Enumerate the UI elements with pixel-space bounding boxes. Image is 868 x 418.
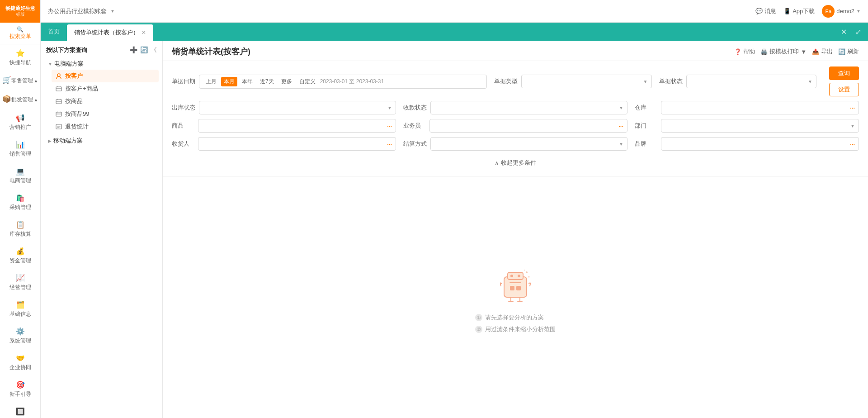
brand-dots-icon[interactable]: ··· [850, 141, 855, 147]
enterprise-icon: 🤝 [16, 354, 25, 362]
tree-group-mobile-header[interactable]: ▶ 移动端方案 [44, 135, 159, 147]
finance-icon: 💰 [16, 247, 25, 256]
receiver-select[interactable]: ··· [198, 137, 396, 151]
stock-status-filter: 出库状态 ▼ [172, 101, 396, 114]
sidebar-item-quicknav[interactable]: ⭐ 快捷导航 [0, 44, 40, 71]
stock-status-select[interactable]: ▼ [199, 101, 396, 114]
sidebar-item-search[interactable]: 🔍 搜索菜单 [0, 23, 40, 44]
brand-filter: 品牌 ··· [635, 137, 859, 151]
date-btn-this-month[interactable]: 本月 [221, 77, 237, 86]
warehouse-select[interactable]: ··· [661, 101, 859, 114]
tree-items-desktop: 按客户 按客户+商品 [44, 70, 159, 133]
help-button[interactable]: ❓ 帮助 [734, 48, 755, 56]
warehouse-dots-icon[interactable]: ··· [850, 104, 855, 111]
message-button[interactable]: 💬 消息 [755, 7, 776, 15]
doc-status-select[interactable]: ▼ [686, 75, 817, 88]
brand-select[interactable]: ··· [661, 137, 859, 151]
stock-status-arrow-icon: ▼ [387, 105, 392, 110]
date-btn-custom[interactable]: 自定义 [297, 77, 318, 86]
tree-group-desktop-header[interactable]: ▼ 电脑端方案 [44, 58, 159, 70]
sidebar-item-wholesale[interactable]: 📦 批发管理 ▲ [0, 90, 40, 109]
tab-close-icon[interactable]: ✕ [142, 29, 146, 36]
sidebar-item-operations[interactable]: 📈 经营管理 [0, 269, 40, 296]
collapse-button[interactable]: ∧ 收起更多条件 [172, 155, 859, 171]
sidebar-item-finance[interactable]: 💰 资金管理 [0, 242, 40, 269]
print-button[interactable]: 🖨️ 按模板打印 ▼ [760, 48, 807, 56]
svg-point-13 [524, 270, 525, 271]
sidebar-item-retail[interactable]: 🛒 零售管理 ▲ [0, 71, 40, 90]
sidebar-item-basics[interactable]: 🗂️ 基础信息 [0, 296, 40, 323]
payment-status-select[interactable]: ▼ [430, 101, 627, 114]
content-area: ① 请先选择要分析的方案 ② 用过滤条件来缩小分析范围 [163, 176, 868, 418]
sidebar-item-newbie[interactable]: 🎯 新手引导 [0, 376, 40, 403]
app-download-button[interactable]: 📱 App下载 [783, 7, 815, 15]
sidebar-wholesale-label: 批发管理 [11, 96, 33, 104]
sidebar-item-purchase[interactable]: 🛍️ 采购管理 [0, 189, 40, 216]
salesperson-select[interactable]: ··· [429, 119, 627, 133]
message-icon: 💬 [755, 8, 763, 14]
user-dropdown-icon: ▼ [856, 9, 861, 14]
tab-maximize-button[interactable]: ⤢ [852, 25, 864, 38]
filter-row-2: 出库状态 ▼ 收款状态 ▼ [172, 101, 859, 114]
tree-group-desktop-label: 电脑端方案 [54, 60, 84, 68]
settlement-select[interactable]: ▼ [430, 137, 627, 151]
tip-num-2: ② [475, 326, 482, 333]
tab-sales-stat[interactable]: 销货单统计表（按客户） ✕ [67, 24, 153, 41]
salesperson-dots-icon[interactable]: ··· [618, 123, 623, 129]
query-button[interactable]: 查询 [829, 66, 859, 80]
tree-item-by-product-99[interactable]: 按商品99 [52, 108, 159, 120]
svg-rect-10 [516, 286, 521, 290]
company-name: 办公用品行业模拟账套 [48, 7, 107, 15]
ecommerce-icon: 💻 [16, 167, 25, 176]
department-arrow-icon: ▼ [850, 124, 855, 128]
app-container: 畅捷通好生意 标版 🔍 搜索菜单 ⭐ 快捷导航 🛒 零售管理 ▲ 📦 批发管理 … [0, 0, 868, 418]
tab-home-label: 首页 [48, 28, 60, 36]
doc-status-filter: 单据状态 ▼ [659, 75, 817, 88]
tree-item-return-stat[interactable]: 退货统计 [52, 120, 159, 133]
topbar-left: 办公用品行业模拟账套 ▼ [48, 7, 115, 15]
tab-bar-right: ✕ ⤢ [837, 25, 868, 38]
doc-status-label: 单据状态 [659, 77, 683, 86]
sidebar-item-apps[interactable]: 🔲 应用中心 [0, 403, 40, 418]
empty-state: ① 请先选择要分析的方案 ② 用过滤条件来缩小分析范围 [475, 261, 556, 333]
tree-item-by-customer-product[interactable]: 按客户+商品 [52, 82, 159, 95]
apps-icon: 🔲 [16, 407, 25, 416]
sidebar-system-label: 系统管理 [9, 337, 31, 345]
left-panel: 按以下方案查询 ➕ 🔄 《 ▼ 电脑端方案 [41, 41, 163, 418]
settlement-arrow-icon: ▼ [619, 142, 623, 147]
date-range-control[interactable]: 上月 本月 本年 近7天 更多 自定义 2023-03-01 至 2023-03… [199, 75, 487, 89]
user-profile[interactable]: Ea demo2 ▼ [822, 5, 861, 18]
tree-item-by-customer[interactable]: 按客户 [52, 70, 159, 82]
tab-close-button[interactable]: ✕ [837, 25, 850, 38]
date-btn-last-month[interactable]: 上月 [203, 77, 219, 86]
tab-home[interactable]: 首页 [41, 23, 67, 41]
add-scheme-button[interactable]: ➕ [130, 46, 137, 54]
tree-item-by-product[interactable]: 按商品 [52, 95, 159, 108]
date-btn-last-7[interactable]: 近7天 [257, 77, 277, 86]
svg-point-11 [526, 271, 528, 273]
collapse-panel-button[interactable]: 《 [151, 46, 157, 54]
receiver-dots-icon[interactable]: ··· [387, 141, 392, 147]
sidebar-item-ecommerce[interactable]: 💻 电商管理 [0, 162, 40, 189]
doc-type-select[interactable]: ▼ [521, 75, 652, 88]
sidebar-item-marketing[interactable]: 📢 营销推广 [0, 109, 40, 136]
sidebar-ecommerce-label: 电商管理 [9, 177, 31, 185]
payment-status-arrow-icon: ▼ [619, 105, 623, 110]
export-button[interactable]: 📤 导出 [812, 48, 833, 56]
print-dropdown-icon[interactable]: ▼ [801, 48, 807, 55]
product-dots-icon[interactable]: ··· [387, 123, 392, 129]
edit-scheme-button[interactable]: 🔄 [140, 46, 148, 54]
refresh-button[interactable]: 🔄 刷新 [838, 48, 859, 56]
sidebar-item-inventory[interactable]: 📋 库存核算 [0, 216, 40, 242]
sidebar-item-enterprise[interactable]: 🤝 企业协同 [0, 349, 40, 376]
sidebar-item-system[interactable]: ⚙️ 系统管理 [0, 323, 40, 349]
tree-item-return-stat-label: 退货统计 [65, 123, 89, 131]
company-dropdown-icon[interactable]: ▼ [110, 9, 115, 14]
sidebar-item-sales[interactable]: 📊 销售管理 [0, 136, 40, 162]
product-select[interactable]: ··· [198, 119, 396, 133]
date-btn-this-year[interactable]: 本年 [239, 77, 255, 86]
settings-button[interactable]: 设置 [829, 83, 859, 96]
logo-area: 畅捷通好生意 标版 [0, 0, 40, 23]
department-select[interactable]: ▼ [661, 119, 859, 133]
date-btn-more[interactable]: 更多 [278, 77, 295, 86]
